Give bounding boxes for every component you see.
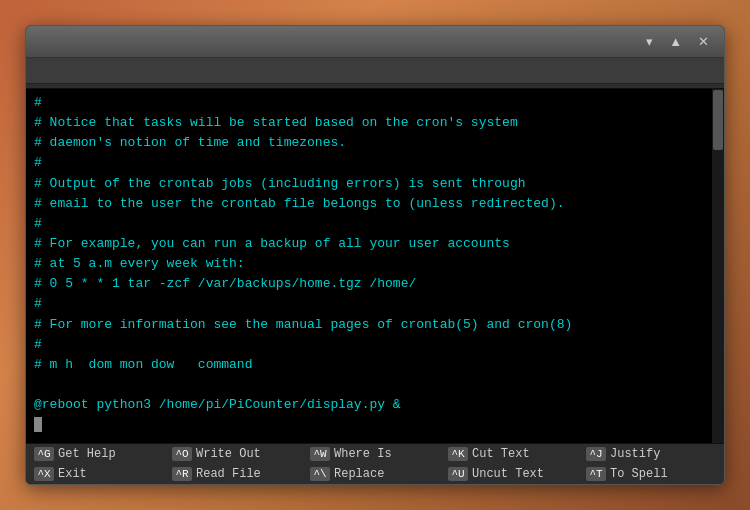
shortcut-item: ^JJustify bbox=[582, 446, 720, 462]
shortcut-key: ^R bbox=[172, 467, 192, 481]
shortcut-label: Read File bbox=[196, 467, 261, 481]
shortcut-key: ^K bbox=[448, 447, 468, 461]
editor-area[interactable]: # # Notice that tasks will be started ba… bbox=[26, 89, 724, 443]
shortcut-label: Where Is bbox=[334, 447, 392, 461]
minimize-button[interactable]: ▾ bbox=[641, 33, 658, 50]
shortcut-item: ^GGet Help bbox=[30, 446, 168, 462]
menu-help[interactable] bbox=[118, 69, 130, 73]
shortcut-item: ^KCut Text bbox=[444, 446, 582, 462]
terminal-window: ▾ ▲ ✕ # # Notice that tasks will be star… bbox=[25, 25, 725, 485]
shortcut-label: Uncut Text bbox=[472, 467, 544, 481]
shortcut-item: ^\ Replace bbox=[306, 466, 444, 482]
menu-file[interactable] bbox=[34, 69, 46, 73]
menu-edit[interactable] bbox=[62, 69, 74, 73]
shortcut-item: ^WWhere Is bbox=[306, 446, 444, 462]
shortcut-item: ^UUncut Text bbox=[444, 466, 582, 482]
scrollbar-thumb[interactable] bbox=[713, 90, 723, 150]
scrollbar[interactable] bbox=[712, 89, 724, 443]
title-bar: ▾ ▲ ✕ bbox=[26, 26, 724, 58]
shortcut-key: ^X bbox=[34, 467, 54, 481]
shortcut-key: ^T bbox=[586, 467, 606, 481]
menu-tabs[interactable] bbox=[90, 69, 102, 73]
maximize-button[interactable]: ▲ bbox=[664, 33, 687, 50]
shortcut-item: ^XExit bbox=[30, 466, 168, 482]
editor-content[interactable]: # # Notice that tasks will be started ba… bbox=[26, 89, 724, 439]
nano-footer: ^GGet Help^OWrite Out^WWhere Is^KCut Tex… bbox=[26, 443, 724, 484]
shortcut-row-1: ^GGet Help^OWrite Out^WWhere Is^KCut Tex… bbox=[26, 444, 724, 464]
shortcut-key: ^W bbox=[310, 447, 330, 461]
text-cursor bbox=[34, 417, 42, 432]
shortcut-key: ^\ bbox=[310, 467, 330, 481]
shortcut-row-2: ^XExit^RRead File^\ Replace^UUncut Text^… bbox=[26, 464, 724, 484]
menu-bar bbox=[26, 58, 724, 84]
shortcut-item: ^RRead File bbox=[168, 466, 306, 482]
close-button[interactable]: ✕ bbox=[693, 33, 714, 50]
window-controls: ▾ ▲ ✕ bbox=[641, 33, 714, 50]
shortcut-label: Exit bbox=[58, 467, 87, 481]
shortcut-label: Write Out bbox=[196, 447, 261, 461]
shortcut-item: ^OWrite Out bbox=[168, 446, 306, 462]
shortcut-label: To Spell bbox=[610, 467, 668, 481]
shortcut-key: ^G bbox=[34, 447, 54, 461]
shortcut-key: ^U bbox=[448, 467, 468, 481]
shortcut-item: ^TTo Spell bbox=[582, 466, 720, 482]
shortcut-label: Get Help bbox=[58, 447, 116, 461]
shortcut-label: Justify bbox=[610, 447, 660, 461]
shortcut-key: ^O bbox=[172, 447, 192, 461]
shortcut-label: Replace bbox=[334, 467, 384, 481]
shortcut-label: Cut Text bbox=[472, 447, 530, 461]
shortcut-key: ^J bbox=[586, 447, 606, 461]
